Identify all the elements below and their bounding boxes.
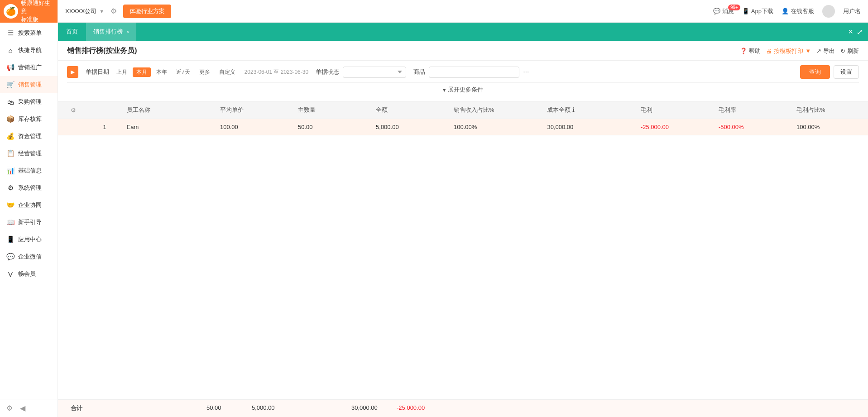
sidebar-item-membership[interactable]: V畅会员	[0, 265, 58, 283]
sidebar-item-system[interactable]: ⚙系统管理	[0, 179, 58, 197]
sidebar-item-basic-info[interactable]: 📊基础信息	[0, 162, 58, 179]
search-icon: ☰	[6, 29, 14, 37]
col-header-amount: 全额	[369, 101, 447, 119]
chevron-down-icon: ▼	[99, 9, 104, 14]
footer-avg-price	[155, 404, 200, 412]
message-icon: 💬	[713, 8, 720, 14]
expand-arrow[interactable]: ▶	[67, 66, 78, 78]
help-button[interactable]: ❓ 帮助	[740, 47, 761, 55]
cell-rank: 1	[89, 119, 120, 135]
sidebar-item-inventory[interactable]: 📦库存核算	[0, 110, 58, 128]
tab-sales-ranking[interactable]: 销售排行榜 ×	[86, 23, 136, 41]
date-range: 2023-06-01 至 2023-06-30	[245, 68, 308, 76]
sidebar-item-finance[interactable]: 💰资金管理	[0, 128, 58, 145]
footer-label: 合计	[64, 404, 101, 412]
purchase-icon: 🛍	[6, 98, 14, 106]
filter-row-1: ▶ 单据日期 上月本月本年近7天更多自定义 2023-06-01 至 2023-…	[67, 65, 859, 79]
filter-date-group: 单据日期 上月本月本年近7天更多自定义 2023-06-01 至 2023-06…	[86, 67, 308, 77]
cell-profit: -25,000.00	[634, 119, 712, 135]
footer-name	[101, 404, 155, 412]
cell-main_qty: 50.00	[292, 119, 369, 135]
col-header-avg_price: 平均单价	[214, 101, 292, 119]
quick-nav-icon: ⌂	[6, 47, 14, 54]
ellipsis-icon[interactable]: ···	[523, 68, 529, 76]
sidebar: 🍊 畅康通好生意 标准版 ☰搜索菜单⌂快捷导航📢营销推广🛒销售管理🛍采购管理📦库…	[0, 0, 58, 417]
service-icon: 👤	[782, 8, 789, 14]
refresh-button[interactable]: ↻ 刷新	[840, 47, 859, 55]
tab-close-icon[interactable]: ×	[126, 29, 129, 34]
footer-sales-pct	[291, 404, 345, 412]
query-button[interactable]: 查询	[800, 65, 830, 79]
beginner-guide-icon: 📖	[6, 218, 14, 226]
app-download-button[interactable]: 📱 App下载	[742, 7, 773, 15]
table-header: ⚙员工名称平均单价主数量全额销售收入占比%成本全额 ℹ毛利毛利率毛利占比%	[58, 101, 868, 119]
logo-area: 🍊 畅康通好生意 标准版	[0, 0, 58, 23]
settings-icon[interactable]: ⚙	[6, 404, 13, 412]
col-header-profit_rate: 毛利率	[712, 101, 790, 119]
sidebar-item-operations[interactable]: 📋经营管理	[0, 145, 58, 162]
table-footer: 合计 50.00 5,000.00 30,000.00 -25,000.00	[58, 399, 868, 417]
col-header-settings[interactable]: ⚙	[58, 101, 89, 119]
settings-button[interactable]: 设置	[834, 65, 859, 79]
maximize-icon[interactable]: ⤢	[857, 28, 863, 36]
status-label: 单据状态	[316, 68, 339, 76]
status-select[interactable]	[343, 67, 406, 78]
sidebar-item-marketing[interactable]: 📢营销推广	[0, 59, 58, 76]
collapse-icon[interactable]: ◀	[20, 404, 25, 412]
sidebar-item-quick-nav[interactable]: ⌂快捷导航	[0, 42, 58, 59]
sidebar-item-search[interactable]: ☰搜索菜单	[0, 24, 58, 42]
col-header-profit: 毛利	[634, 101, 712, 119]
footer-profit: -25,000.00	[390, 404, 436, 412]
sidebar-item-beginner-guide[interactable]: 📖新手引导	[0, 214, 58, 231]
export-button[interactable]: ↗ 导出	[816, 47, 835, 55]
sidebar-nav: ☰搜索菜单⌂快捷导航📢营销推广🛒销售管理🛍采购管理📦库存核算💰资金管理📋经营管理…	[0, 23, 58, 399]
print-icon: 🖨	[766, 48, 772, 54]
tabbar: 首页 销售排行榜 × × ⤢	[58, 23, 868, 41]
expand-more-button[interactable]: ▾ 展开更多条件	[67, 82, 859, 96]
col-header-profit_pct: 毛利占比%	[790, 101, 868, 119]
avatar[interactable]	[822, 5, 835, 18]
sidebar-item-enterprise-collab[interactable]: 🤝企业协同	[0, 197, 58, 214]
print-chevron-icon: ▼	[805, 48, 811, 54]
online-service-button[interactable]: 👤 在线客服	[782, 7, 814, 15]
cell-profit_rate: -500.00%	[712, 119, 790, 135]
page-actions: ❓ 帮助 🖨 按模板打印 ▼ ↗ 导出 ↻ 刷新	[740, 47, 859, 55]
date-tab-1[interactable]: 本月	[133, 67, 151, 77]
sidebar-item-wechat[interactable]: 💬企业微信	[0, 248, 58, 265]
date-tab-0[interactable]: 上月	[113, 67, 131, 77]
sales-icon: 🛒	[6, 81, 14, 89]
col-header-cost: 成本全额 ℹ	[541, 101, 634, 119]
gear-icon[interactable]: ⚙	[110, 7, 117, 15]
tab-right-actions: × ⤢	[848, 27, 868, 37]
table-row: 1Eam100.0050.005,000.00100.00%30,000.00-…	[58, 119, 868, 135]
operations-icon: 📋	[6, 149, 14, 158]
cell-avg_price: 100.00	[214, 119, 292, 135]
table-container: ⚙员工名称平均单价主数量全额销售收入占比%成本全额 ℹ毛利毛利率毛利占比% 1E…	[58, 101, 868, 399]
sidebar-item-purchase[interactable]: 🛍采购管理	[0, 93, 58, 110]
page-title: 销售排行榜(按业务员)	[67, 46, 137, 56]
inventory-icon: 📦	[6, 115, 14, 123]
date-tab-5[interactable]: 自定义	[216, 67, 239, 77]
goods-label: 商品	[413, 68, 425, 76]
sidebar-item-sales[interactable]: 🛒销售管理	[0, 76, 58, 93]
marketing-icon: 📢	[6, 63, 14, 72]
cell-sales_pct: 100.00%	[447, 119, 541, 135]
message-button[interactable]: 💬 消息 99+	[713, 7, 734, 15]
footer-main-qty: 50.00	[200, 404, 245, 412]
date-tab-4[interactable]: 更多	[196, 67, 214, 77]
sidebar-item-app-center[interactable]: 📱应用中心	[0, 231, 58, 248]
trial-button[interactable]: 体验行业方案	[123, 5, 171, 18]
close-window-icon[interactable]: ×	[848, 27, 853, 37]
wechat-icon: 💬	[6, 253, 14, 261]
col-header-main_qty: 主数量	[292, 101, 369, 119]
company-select[interactable]: XXXXX公司 ▼	[65, 7, 104, 15]
tab-home[interactable]: 首页	[58, 23, 86, 41]
goods-input[interactable]	[429, 67, 519, 78]
refresh-icon: ↻	[840, 48, 845, 54]
page-title-row: 销售排行榜(按业务员) ❓ 帮助 🖨 按模板打印 ▼ ↗ 导出	[67, 46, 859, 60]
cell-name: Eam	[120, 119, 214, 135]
date-tab-3[interactable]: 近7天	[173, 67, 194, 77]
date-tabs: 上月本月本年近7天更多自定义	[113, 67, 239, 77]
date-tab-2[interactable]: 本年	[153, 67, 171, 77]
print-button[interactable]: 🖨 按模板打印 ▼	[766, 47, 811, 55]
